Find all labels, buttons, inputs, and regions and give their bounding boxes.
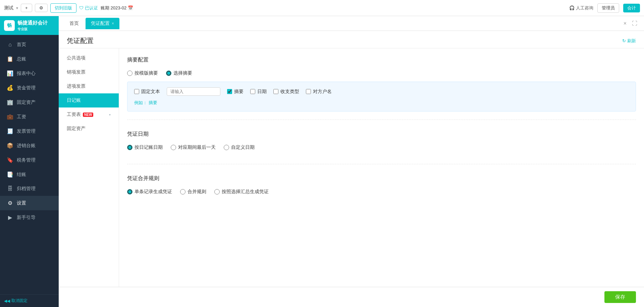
merge-summary-radio[interactable] (214, 189, 220, 194)
date-last-radio[interactable] (171, 145, 176, 150)
config-nav-journal[interactable]: 日记账 (59, 93, 119, 107)
summary-select-label: 选择摘要 (173, 70, 192, 76)
refresh-label: 刷新 (627, 38, 636, 44)
config-nav-public[interactable]: 公共选项 (59, 51, 119, 65)
date-option-journal[interactable]: 按日记账日期 (127, 144, 163, 150)
config-nav-sales[interactable]: 销项发票 (59, 65, 119, 79)
topbar: 测试 ▾ + ⚙ 切到旧版 🛡 已认证 账期 2023-02 📅 🎧 人工咨询 … (0, 0, 644, 16)
summary-checkbox[interactable] (227, 89, 232, 94)
config-nav-purchase[interactable]: 进项发票 (59, 79, 119, 93)
sidebar-label-home: 首页 (17, 42, 26, 48)
config-panel: 摘要配置 按模版摘要 选择摘要 (119, 48, 644, 287)
fixed-text-checkbox[interactable] (134, 89, 139, 94)
tab-close-icon[interactable]: × (112, 21, 114, 26)
page-header: 凭证配置 ↻ 刷新 (59, 31, 644, 48)
summary-template-radio[interactable] (127, 71, 132, 76)
sidebar-label-reports: 报表中心 (17, 71, 36, 77)
pin-icon: ◀◀ (4, 299, 10, 303)
date-journal-radio[interactable] (127, 145, 132, 150)
tab-home-label: 首页 (69, 20, 79, 27)
counterpart-option[interactable]: 对方户名 (306, 89, 332, 95)
fullscreen-icon[interactable]: ⛶ (631, 19, 639, 28)
config-nav-payroll[interactable]: 工资表 NEW ▾ (59, 107, 119, 122)
archive-icon: 🗄 (7, 186, 13, 192)
finance-icon: 💰 (7, 85, 13, 91)
merge-option-single[interactable]: 单条记录生成凭证 (127, 189, 172, 195)
sidebar-item-assets[interactable]: 🏢 固定资产 (0, 95, 59, 109)
sidebar-item-salary[interactable]: 💼 工资 (0, 109, 59, 124)
merge-option-summary[interactable]: 按照选择汇总生成凭证 (214, 189, 269, 195)
revenue-type-label: 收支类型 (280, 89, 299, 95)
verified-badge: 🛡 已认证 (79, 5, 98, 11)
invoice-icon: 🧾 (7, 128, 13, 134)
sidebar-item-invoice[interactable]: 🧾 发票管理 (0, 124, 59, 138)
counterpart-checkbox[interactable] (306, 89, 311, 94)
date-checkbox-option[interactable]: 日期 (250, 89, 267, 95)
merge-single-radio[interactable] (127, 189, 132, 194)
sidebar-item-archive[interactable]: 🗄 归档管理 (0, 182, 59, 196)
revenue-type-option[interactable]: 收支类型 (273, 89, 299, 95)
sidebar-label-ledger: 总账 (17, 56, 26, 62)
merge-section: 凭证合并规则 单条记录生成凭证 合并规则 按照选择汇总生成凭证 (127, 175, 636, 208)
tab-voucher-config[interactable]: 凭证配置 × (86, 18, 119, 29)
settle-icon: 📑 (7, 171, 13, 178)
sidebar-item-guide[interactable]: ▶ 新手引导 (0, 210, 59, 225)
merge-option-rules[interactable]: 合并规则 (180, 189, 206, 195)
settings-button[interactable]: ⚙ (35, 4, 48, 12)
new-badge: NEW (83, 113, 93, 117)
merge-rules-radio[interactable] (180, 189, 185, 194)
close-window-icon[interactable]: × (622, 19, 628, 28)
summary-select-radio[interactable] (166, 71, 171, 76)
old-version-button[interactable]: 切到旧版 (50, 3, 76, 13)
date-checkbox[interactable] (250, 89, 255, 94)
add-button[interactable]: + (21, 4, 32, 12)
headset-icon: 🎧 (569, 5, 575, 10)
date-option-custom[interactable]: 自定义日期 (224, 144, 255, 150)
sidebar-cancel-pin[interactable]: ◀◀ 取消固定 (0, 294, 59, 307)
fixed-text-option[interactable]: 固定文本 (134, 89, 160, 95)
refresh-button[interactable]: ↻ 刷新 (622, 38, 636, 44)
payroll-chevron-icon: ▾ (109, 113, 111, 117)
fixed-text-label: 固定文本 (141, 89, 160, 95)
sidebar-item-home[interactable]: ⌂ 首页 (0, 38, 59, 52)
sidebar-item-ledger[interactable]: 📋 总账 (0, 52, 59, 66)
sidebar-item-trade[interactable]: 📦 进销台账 (0, 138, 59, 153)
chevron-icon[interactable]: ▾ (16, 6, 18, 10)
sidebar-item-finance[interactable]: 💰 资金管理 (0, 81, 59, 95)
summary-checkbox-label: 摘要 (234, 89, 244, 95)
save-button[interactable]: 保存 (604, 291, 636, 303)
ledger-icon: 📋 (7, 56, 13, 62)
fixed-text-input[interactable] (167, 87, 220, 96)
config-layout: 公共选项 销项发票 进项发票 日记账 工资表 NEW ▾ 固定资产 (59, 48, 644, 287)
date-custom-radio[interactable] (224, 145, 229, 150)
revenue-type-checkbox[interactable] (273, 89, 278, 94)
tab-voucher-label: 凭证配置 (91, 20, 110, 27)
logo-subtitle: 专业版 (17, 27, 48, 32)
topbar-left: 测试 ▾ + ⚙ 切到旧版 🛡 已认证 账期 2023-02 📅 (4, 3, 133, 13)
summary-options-row: 按模版摘要 选择摘要 (127, 70, 636, 76)
sidebar-item-tax[interactable]: 🔖 税务管理 (0, 153, 59, 167)
sidebar-label-guide: 新手引导 (17, 215, 36, 221)
calendar-icon[interactable]: 📅 (128, 5, 133, 10)
assets-icon: 🏢 (7, 99, 13, 105)
sidebar-label-trade: 进销台账 (17, 143, 36, 149)
config-nav-fixed[interactable]: 固定资产 (59, 122, 119, 136)
merge-section-title: 凭证合并规则 (127, 175, 636, 182)
sidebar-item-settings[interactable]: ⚙ 设置 (0, 196, 59, 210)
summary-option-select[interactable]: 选择摘要 (166, 70, 192, 76)
company-name: 测试 (4, 5, 13, 11)
date-option-last[interactable]: 对应期间最后一天 (171, 144, 216, 150)
sidebar-item-settle[interactable]: 📑 结账 (0, 167, 59, 182)
sidebar-item-reports[interactable]: 📊 报表中心 (0, 66, 59, 81)
summary-checkbox-option[interactable]: 摘要 (227, 89, 244, 95)
main-layout: 畅 畅捷通好会计 专业版 ⌂ 首页 📋 总账 📊 报表中心 (0, 16, 644, 307)
sidebar-logo: 畅 畅捷通好会计 专业版 (0, 16, 59, 35)
tab-home[interactable]: 首页 (64, 18, 84, 29)
role-button[interactable]: 会计 (623, 4, 640, 12)
service-button[interactable]: 🎧 人工咨询 (569, 5, 593, 11)
content-area: 首页 凭证配置 × × ⛶ 凭证配置 ↻ 刷新 公共选项 (59, 16, 644, 307)
counterpart-label: 对方户名 (313, 89, 332, 95)
summary-template-label: 按模版摘要 (135, 70, 158, 76)
user-button[interactable]: 管理员 (597, 3, 619, 13)
summary-option-template[interactable]: 按模版摘要 (127, 70, 158, 76)
